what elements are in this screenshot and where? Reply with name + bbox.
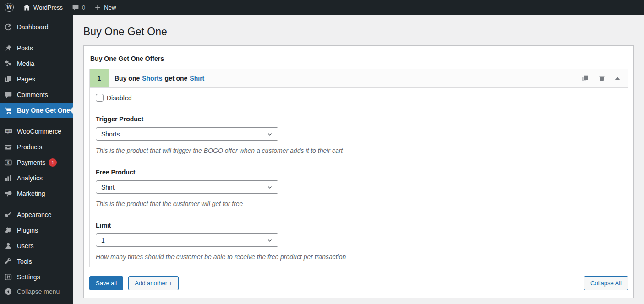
disabled-row: Disabled	[90, 88, 628, 108]
offers-panel-title: Buy One Get One Offers	[89, 51, 628, 69]
trigger-product-select[interactable]: Shorts	[96, 127, 278, 141]
site-menu[interactable]: WordPress	[18, 0, 67, 15]
sidebar-item-analytics[interactable]: Analytics	[0, 170, 73, 186]
collapse-all-button[interactable]: Collapse All	[584, 276, 628, 290]
save-all-button[interactable]: Save all	[89, 276, 123, 290]
sidebar-item-label: Appearance	[17, 211, 52, 218]
sidebar-item-appearance[interactable]: Appearance	[0, 207, 73, 223]
sidebar-item-comments[interactable]: Comments	[0, 87, 73, 103]
sidebar-item-woocommerce[interactable]: Woo WooCommerce	[0, 124, 73, 139]
payments-count-badge: 1	[49, 158, 57, 167]
user-icon	[4, 241, 13, 250]
duplicate-offer-icon[interactable]	[581, 75, 589, 82]
limit-label: Limit	[96, 222, 622, 229]
sidebar-item-label: WooCommerce	[17, 128, 61, 135]
trigger-product-link[interactable]: Shorts	[142, 75, 162, 82]
trigger-product-section: Trigger Product Shorts This is the produ…	[90, 108, 628, 161]
offer-header[interactable]: 1 Buy one Shorts get one Shirt	[90, 69, 628, 88]
chevron-down-icon	[267, 184, 273, 190]
sidebar-item-label: Dashboard	[17, 23, 49, 31]
limit-select[interactable]: 1	[96, 233, 278, 247]
collapse-menu-button[interactable]: Collapse menu	[0, 284, 73, 299]
dashboard-icon	[4, 22, 13, 32]
brush-icon	[4, 210, 13, 219]
megaphone-icon	[4, 189, 13, 198]
site-name: WordPress	[33, 4, 63, 11]
sidebar-item-payments[interactable]: $ Payments 1	[0, 155, 73, 170]
chevron-down-icon	[267, 131, 273, 137]
free-product-section: Free Product Shirt This is the product t…	[90, 161, 628, 214]
offer-title-get: get one	[165, 75, 188, 82]
free-product-select[interactable]: Shirt	[96, 180, 278, 194]
chevron-down-icon	[267, 237, 273, 244]
wrench-icon	[4, 257, 13, 266]
sidebar-item-media[interactable]: Media	[0, 56, 73, 71]
cart-icon	[4, 106, 13, 115]
sidebar-item-label: Pages	[17, 76, 35, 83]
trigger-product-label: Trigger Product	[96, 115, 622, 123]
svg-text:Woo: Woo	[5, 130, 11, 132]
sidebar-item-buy-one-get-one[interactable]: Buy One Get One	[0, 103, 73, 118]
delete-offer-icon[interactable]	[598, 75, 606, 82]
sidebar-item-tools[interactable]: Tools	[0, 254, 73, 269]
plug-icon	[4, 226, 13, 235]
sidebar-item-label: Products	[17, 143, 42, 151]
box-icon	[4, 142, 13, 152]
comments-icon	[4, 90, 13, 99]
sidebar-item-label: Payments	[17, 159, 45, 166]
sidebar-item-marketing[interactable]: Marketing	[0, 186, 73, 201]
sidebar-item-label: Users	[17, 242, 34, 250]
admin-sidebar: Dashboard Posts Media Pages Comments	[0, 15, 73, 304]
sidebar-item-label: Plugins	[17, 227, 38, 234]
bar-chart-icon	[4, 174, 13, 183]
collapse-offer-icon[interactable]	[615, 77, 620, 80]
sidebar-item-label: Tools	[17, 258, 32, 265]
limit-value: 1	[101, 237, 105, 244]
sidebar-item-label: Comments	[17, 91, 48, 98]
disabled-label: Disabled	[107, 94, 131, 102]
add-another-button[interactable]: Add another +	[128, 276, 179, 290]
new-content-menu[interactable]: New	[90, 0, 120, 15]
disabled-checkbox[interactable]	[96, 94, 104, 102]
free-product-value: Shirt	[101, 184, 115, 191]
offer-title-buy: Buy one	[115, 75, 140, 82]
svg-text:$: $	[7, 160, 9, 165]
sidebar-item-pages[interactable]: Pages	[0, 71, 73, 87]
payments-icon: $	[4, 158, 13, 167]
sidebar-item-settings[interactable]: Settings	[0, 269, 73, 285]
free-product-help: This is the product that the customer wi…	[96, 200, 622, 207]
trigger-product-value: Shorts	[101, 130, 120, 138]
collapse-menu-label: Collapse menu	[17, 288, 60, 295]
offer-title: Buy one Shorts get one Shirt	[109, 69, 581, 87]
sidebar-item-label: Marketing	[17, 190, 45, 197]
sidebar-item-posts[interactable]: Posts	[0, 40, 73, 56]
sidebar-item-users[interactable]: Users	[0, 238, 73, 254]
sidebar-item-products[interactable]: Products	[0, 139, 73, 155]
offer-number-badge: 1	[90, 69, 109, 87]
media-icon	[4, 59, 13, 68]
limit-help: How many times should the customer be ab…	[96, 253, 622, 261]
offer-item: 1 Buy one Shorts get one Shirt	[89, 69, 628, 267]
page-title: Buy One Get One	[83, 26, 634, 38]
sidebar-item-dashboard[interactable]: Dashboard	[0, 19, 73, 35]
sidebar-item-label: Media	[17, 60, 34, 67]
comments-count: 0	[82, 4, 85, 11]
wordpress-logo-icon: W	[5, 3, 14, 12]
comments-menu[interactable]: 0	[67, 0, 90, 15]
sidebar-item-label: Posts	[17, 44, 33, 52]
offers-panel: Buy One Get One Offers 1 Buy one Shorts …	[83, 45, 634, 298]
admin-bar: W WordPress 0 New	[0, 0, 644, 15]
sidebar-item-plugins[interactable]: Plugins	[0, 223, 73, 238]
collapse-arrow-icon	[4, 287, 13, 296]
free-product-link[interactable]: Shirt	[190, 75, 204, 82]
sidebar-item-label: Buy One Get One	[17, 107, 70, 114]
comment-bubble-icon	[72, 4, 79, 11]
sidebar-item-label: Settings	[17, 273, 40, 281]
home-icon	[23, 4, 31, 11]
limit-section: Limit 1 How many times should the custom…	[90, 214, 628, 267]
sliders-icon	[4, 272, 13, 282]
free-product-label: Free Product	[96, 168, 622, 176]
trigger-product-help: This is the product that will trigger th…	[96, 147, 622, 154]
offer-actions	[581, 69, 628, 87]
wp-logo-menu[interactable]: W	[0, 0, 18, 15]
